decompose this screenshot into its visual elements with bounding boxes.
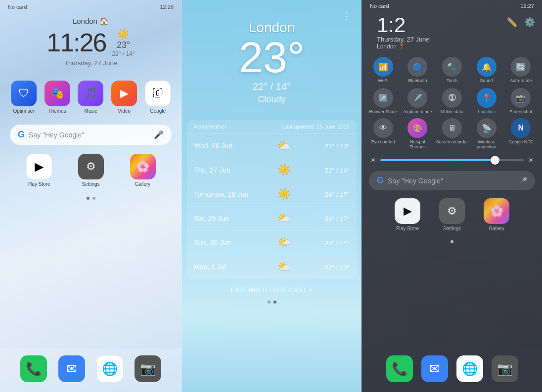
google-icon[interactable]: 🇬 xyxy=(145,81,171,106)
toggle-mobile-data[interactable]: ① Mobile data xyxy=(436,88,468,114)
toggle-bluetooth[interactable]: 🔵 Bluetooth xyxy=(402,57,434,83)
hotspot-icon[interactable]: 🎨 xyxy=(407,118,427,138)
weather-app-header: London 23° 22° / 14° Cloudy xyxy=(182,0,361,120)
weather-widget-home[interactable]: London 🏠 11:26 ☀️ 23° 22° / 14° Thursday… xyxy=(0,12,181,70)
screenshot-icon[interactable]: 📸 xyxy=(511,88,531,108)
location-icon[interactable]: 📍 xyxy=(477,88,497,108)
menu-dots-icon[interactable]: ⋮ xyxy=(341,10,352,22)
app-themes[interactable]: 🎭 Themes xyxy=(43,81,72,114)
app-google[interactable]: 🇬 Google xyxy=(143,81,173,114)
playstore-icon[interactable]: ▶ xyxy=(26,154,52,179)
app-gallery[interactable]: 🌸 Gallery xyxy=(119,154,167,187)
shade-gallery-icon[interactable]: 🌸 xyxy=(484,198,509,224)
shade-page-dots xyxy=(362,240,542,243)
gallery-icon[interactable]: 🌸 xyxy=(130,154,156,179)
forecast-icon-0: ⛅ xyxy=(258,139,310,152)
app-video[interactable]: ▶ Video xyxy=(109,81,139,114)
app-playstore[interactable]: ▶ Play Store xyxy=(15,154,63,187)
toggle-wifi[interactable]: 📶 Wi-Fi xyxy=(367,57,400,83)
shade-dock-phone[interactable]: 📞 xyxy=(386,355,413,382)
toggle-huawei-share[interactable]: ↗️ Huawei Share xyxy=(367,88,400,114)
wireless-proj-icon[interactable]: 📡 xyxy=(477,118,497,138)
toggle-hotspot[interactable]: 🎨 Hotspot Themes xyxy=(402,118,434,149)
weather-dot-2 xyxy=(273,301,276,304)
shade-dock-messages[interactable]: ✉ xyxy=(421,355,448,382)
shade-settings-label: Settings xyxy=(443,226,461,231)
shade-app-gallery[interactable]: 🌸 Gallery xyxy=(476,198,517,231)
toggle-torch[interactable]: 🔦 Torch xyxy=(436,57,468,83)
settings-icon[interactable]: ⚙ xyxy=(78,154,104,179)
airplane-label: Airplane mode xyxy=(403,109,432,114)
panel-home: No card 12:26 London 🏠 11:26 ☀️ 23° 22° … xyxy=(0,0,181,392)
wifi-label: Wi-Fi xyxy=(378,78,388,83)
forecast-row-2: Tomorrow, 28 Jun ☀️ 24° / 17° xyxy=(187,182,357,207)
forecast-temps-0: 21° / 13° xyxy=(310,142,350,150)
optimiser-icon[interactable]: 🛡 xyxy=(11,81,37,106)
brightness-thumb[interactable] xyxy=(491,156,499,165)
mobile-data-icon[interactable]: ① xyxy=(442,88,462,108)
autorotate-icon[interactable]: 🔄 xyxy=(511,57,531,77)
shade-settings-icon[interactable]: ⚙ xyxy=(439,198,465,224)
toggle-location[interactable]: 📍 Location xyxy=(470,88,503,114)
shade-search-bar[interactable]: G Say "Hey Google" 🎤 xyxy=(369,171,535,190)
airplane-icon[interactable]: ✈️ xyxy=(407,88,427,108)
nfc-label: Google NFC xyxy=(508,139,533,144)
toggle-eye-comfort[interactable]: 👁 Eye comfort xyxy=(367,118,400,149)
shade-app-playstore[interactable]: ▶ Play Store xyxy=(387,198,428,231)
dock-phone[interactable]: 📞 xyxy=(20,355,47,382)
toggle-screen-recorder[interactable]: 🖥 Screen recorder xyxy=(436,118,468,149)
weather-dot-1 xyxy=(268,301,271,304)
screen-recorder-icon[interactable]: 🖥 xyxy=(442,118,462,138)
music-icon[interactable]: 🎵 xyxy=(78,81,103,106)
themes-icon[interactable]: 🎭 xyxy=(45,81,70,106)
toggle-wireless-proj[interactable]: 📡 Wireless projection xyxy=(470,118,503,149)
brightness-slider[interactable] xyxy=(380,159,524,161)
edit-icon[interactable]: ✏️ xyxy=(506,17,517,28)
gallery-label: Gallery xyxy=(135,181,151,187)
sound-icon[interactable]: 🔔 xyxy=(477,57,497,77)
settings-icon-shade[interactable]: ⚙️ xyxy=(524,17,535,28)
eye-comfort-icon[interactable]: 👁 xyxy=(373,118,393,138)
toggle-autorotate[interactable]: 🔄 Auto-rotate xyxy=(504,57,537,83)
dock-camera[interactable]: 📷 xyxy=(135,355,161,382)
toggle-nfc[interactable]: N Google NFC xyxy=(504,118,537,149)
toggle-airplane[interactable]: ✈️ Airplane mode xyxy=(402,88,434,114)
forecast-temps-5: 22° / 13° xyxy=(310,263,350,271)
nfc-icon[interactable]: N xyxy=(511,118,531,138)
shade-dock-camera[interactable]: 📷 xyxy=(492,355,518,382)
last-updated: Last updated: 25 June 2019 xyxy=(282,124,350,130)
forecast-day-1: Thu, 27 Jun xyxy=(194,166,258,174)
app-optimiser[interactable]: 🛡 Optimiser xyxy=(9,81,39,114)
search-bar-home[interactable]: G Say "Hey Google" 🎤 xyxy=(10,125,172,145)
toggle-screenshot[interactable]: 📸 Screenshot xyxy=(504,88,537,114)
shade-playstore-icon[interactable]: ▶ xyxy=(395,198,420,224)
app-settings[interactable]: ⚙ Settings xyxy=(67,154,115,187)
forecast-row-0: Wed, 26 Jun ⛅ 21° / 13° xyxy=(187,134,357,158)
optimiser-label: Optimiser xyxy=(13,108,35,114)
forecast-icon-2: ☀️ xyxy=(258,188,310,201)
shade-app-settings[interactable]: ⚙ Settings xyxy=(431,198,473,231)
wifi-icon[interactable]: 📶 xyxy=(373,57,393,77)
torch-icon[interactable]: 🔦 xyxy=(442,57,462,77)
music-label: Music xyxy=(84,108,97,114)
video-icon[interactable]: ▶ xyxy=(111,81,137,106)
weather-condition: Cloudy xyxy=(192,94,352,105)
shade-dock-chrome[interactable]: 🌐 xyxy=(456,355,483,382)
dock-chrome[interactable]: 🌐 xyxy=(96,355,123,382)
shade-bottom-apps: ▶ Play Store ⚙ Settings 🌸 Gallery xyxy=(362,193,542,236)
screenshot-label: Screenshot xyxy=(509,109,532,114)
home-temp: 23° xyxy=(117,40,130,50)
app-music[interactable]: 🎵 Music xyxy=(76,81,106,114)
forecast-day-3: Sat, 29 Jun xyxy=(194,215,258,222)
huawei-share-icon[interactable]: ↗️ xyxy=(373,88,393,108)
bluetooth-icon[interactable]: 🔵 xyxy=(407,57,427,77)
extended-forecast-btn[interactable]: EXTENDED FORECAST > xyxy=(182,279,361,301)
dock-messages[interactable]: ✉ xyxy=(58,355,85,382)
home-clock: 11:26 xyxy=(46,28,106,57)
shade-gallery-label: Gallery xyxy=(489,226,504,231)
shade-mic-icon[interactable]: 🎤 xyxy=(519,177,527,185)
brightness-row: ☀ ☀ xyxy=(362,152,542,168)
mic-icon-home[interactable]: 🎤 xyxy=(154,130,164,139)
toggle-sound[interactable]: 🔔 Sound xyxy=(470,57,503,83)
brightness-fill xyxy=(380,159,495,161)
